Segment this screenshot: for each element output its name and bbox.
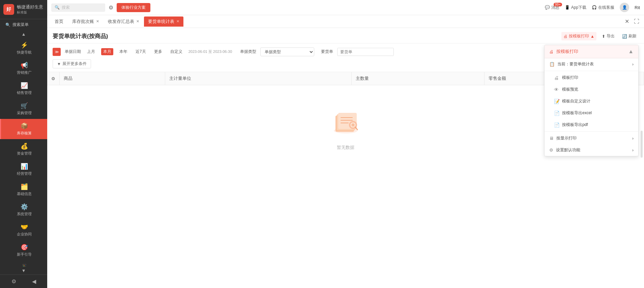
dropdown-current-template[interactable]: 📋 当前：要货单统计表 › [545,58,638,70]
marketing-icon: 📢 [21,62,28,69]
dropdown-header-label: 按模板打印 [556,49,578,55]
dropdown-header: 🖨 按模板打印 ▲ [545,45,638,58]
basic-label: 基础信息 [17,191,32,196]
sidebar-item-operations[interactable]: 📊 经营管理 [0,159,47,180]
empty-icon [329,105,362,139]
sidebar-item-purchase[interactable]: 🛒 采购管理 [0,99,47,119]
purchase-icon: 🛒 [21,102,28,109]
sidebar-item-sales[interactable]: 📈 销售管理 [0,78,47,99]
online-service-button[interactable]: 🎧 在线客服 [592,5,614,10]
main-area: 🔍 搜索 ⚙ 体验行业方案 💬 消息 99+ 📱 App下载 🎧 在线客服 👤 … [47,0,644,288]
header-search-box[interactable]: 🔍 搜索 [51,3,105,12]
sidebar-item-inventory[interactable]: 📦 库存核算 [0,119,47,139]
type-filter-select[interactable]: 单据类型 [260,47,314,56]
messages-button[interactable]: 💬 消息 99+ [545,5,559,10]
template-pdf-icon: 📄 [554,122,559,128]
sales-label: 销售管理 [17,90,32,95]
print-dropdown-menu: 🖨 按模板打印 ▲ 📋 当前：要货单统计表 › [544,45,639,156]
page-title: 要货单统计表(按商品) [53,32,108,40]
tab-demand-label: 要货单统计表 [148,19,174,25]
printer-icon: 🖨 [563,34,567,39]
sidebar-item-finance[interactable]: 💰 资金管理 [0,139,47,159]
date-custom-button[interactable]: 自定义 [168,48,184,55]
inventory-label: 库存核算 [17,131,32,136]
finance-icon: 💰 [21,142,28,150]
tab-demand-close[interactable]: ✕ [176,19,179,24]
chevron-up-icon: ▲ [590,34,594,39]
sidebar-item-basic[interactable]: 🗂️ 基础信息 [0,180,47,200]
table-settings-col[interactable]: ⚙ [47,72,60,85]
expand-more-button[interactable]: ▼ 展开更多条件 [53,59,91,68]
date-more-button[interactable]: 更多 [152,48,164,55]
online-service-label: 在线客服 [598,5,614,10]
tab-collection[interactable]: 收发存汇总表 ✕ [104,17,143,27]
date-7days-button[interactable]: 近7天 [134,48,148,55]
dropdown-close-button[interactable]: ▲ [628,49,634,55]
apps-icon: 📱 [21,264,28,267]
table-qty-col: 主数量 [352,72,484,85]
sidebar-item-system[interactable]: ⚙️ 系统管理 [0,200,47,220]
search-icon: 🔍 [5,23,10,27]
export-button[interactable]: ⬆ 导出 [600,32,617,40]
type-filter-label: 单据类型 [240,49,256,55]
chevron-right-icon: › [632,62,634,67]
header-gear-icon[interactable]: ⚙ [109,4,113,11]
dropdown-display-print[interactable]: 🖥 按显示打印 › [545,132,638,144]
goods-filter-input[interactable] [337,48,394,56]
dropdown-template-excel[interactable]: 📄 按模板导出excel [545,107,638,119]
tab-batch-close[interactable]: ✕ [96,19,99,24]
dropdown-template-print[interactable]: 🖨 模板打印 [545,72,638,84]
template-print-icon: 🖨 [554,75,559,81]
sidebar-item-quick[interactable]: ⚡ 快捷导航 [0,38,47,58]
sidebar-bottom: ⚙ ◀ [0,275,47,288]
tab-collection-close[interactable]: ✕ [136,19,139,24]
sidebar-item-collab[interactable]: 🤝 企业协同 [0,220,47,240]
dropdown-current-left: 📋 当前：要货单统计表 [549,61,594,67]
template-print-label: 模板打印 [562,75,578,81]
print-button[interactable]: 🖨 按模板打印 ▲ [561,32,596,40]
tab-demand[interactable]: 要货单统计表 ✕ [144,17,183,27]
divider-1 [545,71,638,71]
divider-2 [545,131,638,132]
dropdown-default-func[interactable]: ⚙ 设置默认功能 › [545,144,638,156]
filter-expand-button[interactable]: ≫ [53,48,61,56]
sidebar-item-marketing[interactable]: 📢 营销推广 [0,58,47,78]
date-this-year-button[interactable]: 本年 [117,48,129,55]
chevron-right-icon-2: › [632,136,634,141]
expand-more-label: 展开更多条件 [62,61,87,67]
scroll-down-button[interactable]: ▼ [0,267,47,275]
template-preview-icon: 👁 [554,87,559,92]
finance-label: 资金管理 [17,151,32,156]
quick-label: 快捷导航 [17,50,32,55]
print-label: 按模板打印 [569,33,589,39]
refresh-button[interactable]: 🔄 刷新 [620,32,639,40]
template-custom-icon: 📝 [554,99,559,104]
window-maximize-button[interactable]: ⛶ [633,18,641,25]
dropdown-template-custom[interactable]: 📝 模板自定义设计 [545,95,638,107]
tab-batch[interactable]: 库存批次账 ✕ [68,17,103,27]
sidebar-search[interactable]: 🔍 搜索菜单 [0,19,47,30]
collapse-icon[interactable]: ◀ [32,278,36,285]
header-search-icon: 🔍 [55,5,60,10]
user-avatar[interactable]: 👤 [620,3,629,12]
logo-subtitle: 标准版 [17,10,43,15]
tab-collection-label: 收发存汇总表 [108,19,134,25]
dropdown-template-preview[interactable]: 👁 模板预览 [545,84,638,95]
date-last-month-button[interactable]: 上月 [85,48,97,55]
settings-bottom-icon[interactable]: ⚙ [11,278,16,285]
trial-button[interactable]: 体验行业方案 [117,3,150,12]
scroll-up-button[interactable]: ▲ [0,30,47,38]
right-scrollbar[interactable] [641,131,643,158]
window-minimize-button[interactable]: ✕ [623,18,631,25]
dropdown-template-pdf[interactable]: 📄 按模板导出pdf [545,119,638,131]
sidebar-nav: ⚡ 快捷导航 📢 营销推广 📈 销售管理 🛒 采购管理 📦 库存核算 💰 资金管… [0,38,47,267]
sidebar-item-guide[interactable]: 🎯 新手引导 [0,240,47,260]
header-right: 💬 消息 99+ 📱 App下载 🎧 在线客服 👤 Rit [545,3,640,12]
tab-home[interactable]: 首页 [51,17,67,27]
date-this-month-button[interactable]: 本月 [101,48,113,55]
page-title-bar: 要货单统计表(按商品) 🖨 按模板打印 ▲ ⬆ 导出 🔄 刷新 [47,28,644,43]
app-download-button[interactable]: 📱 App下载 [565,5,586,10]
sidebar-item-apps[interactable]: 📱 应用中心 [0,260,47,267]
messages-badge: 99+ [554,3,562,6]
dropdown-header-left: 🖨 按模板打印 [549,49,578,55]
